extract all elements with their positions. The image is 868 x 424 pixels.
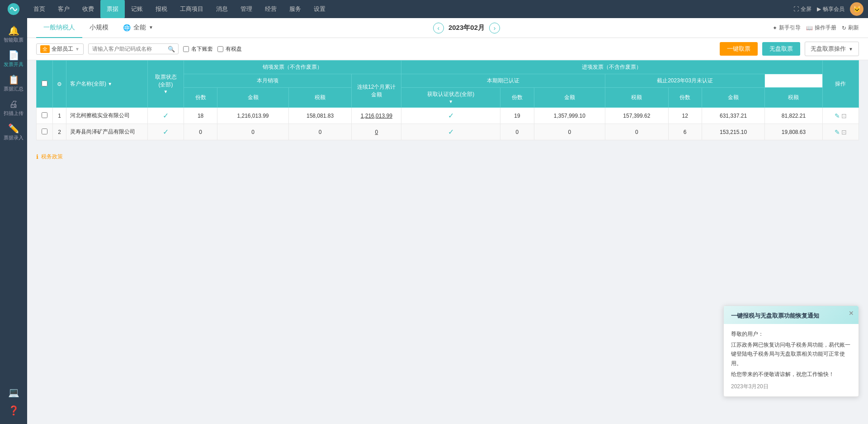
notification-date: 2023年3月20日: [731, 382, 851, 391]
fullscreen-button[interactable]: ⛶ 全屏: [793, 5, 811, 13]
next-month-button[interactable]: ›: [489, 23, 500, 33]
guide-link[interactable]: ✦ 新手引导: [773, 24, 801, 32]
filter-icon-status[interactable]: ▼: [164, 89, 168, 94]
sidebar-bottom-help[interactable]: ❓: [0, 401, 27, 419]
tab-bar: 一般纳税人 小规模 🌐 全能 ▼ ‹ 2023年02月 › ✦ 新手引导 📖 操…: [27, 18, 868, 38]
checkbox-own-accounts-input[interactable]: [183, 46, 189, 52]
row-checkbox-0[interactable]: [42, 112, 47, 118]
sidebar-bottom: 💻 ❓: [0, 383, 27, 424]
huoqu-check-icon: ✓: [448, 112, 454, 119]
edit-icon-0[interactable]: ✎: [835, 112, 840, 119]
sidebar-item-entry[interactable]: ✏️ 票据录入: [0, 120, 27, 145]
search-wrap: 🔍: [88, 43, 179, 54]
nav-fees[interactable]: 收费: [76, 0, 100, 18]
status-check-icon: ✓: [163, 128, 169, 136]
filter-bar: 全 全部员工 ▼ 🔍 名下账套 有税盘 一键取票 无盘取票 无盘取票操作 ▼: [27, 38, 868, 60]
sidebar-item-scan[interactable]: 🖨 扫描上传: [0, 96, 27, 120]
notification-close-button[interactable]: ✕: [849, 310, 854, 317]
filter-icon-name[interactable]: ▼: [108, 81, 112, 86]
monitor-icon: 💻: [8, 387, 19, 398]
th-checkbox: [37, 61, 53, 108]
nav-management[interactable]: 管理: [234, 0, 259, 18]
cell-xiao-shue: 0: [288, 124, 351, 140]
no-disk-ticket-button[interactable]: 无盘取票: [762, 42, 800, 56]
nav-services[interactable]: 服务: [283, 0, 307, 18]
globe-icon: 🌐: [123, 24, 131, 31]
th-jin-rec-shue: 税额: [605, 88, 668, 108]
nav-settings[interactable]: 设置: [307, 0, 332, 18]
select-all-checkbox[interactable]: [42, 81, 47, 86]
cell-checkbox[interactable]: [37, 124, 53, 140]
lianxu-link[interactable]: 1,216,013.99: [361, 113, 392, 119]
nav-operations[interactable]: 经营: [259, 0, 283, 18]
cell-checkbox[interactable]: [37, 108, 53, 124]
cell-ops: ✎ ⊡: [822, 124, 859, 140]
staff-select[interactable]: 全 全部员工 ▼: [36, 43, 84, 55]
search-input[interactable]: [88, 43, 179, 54]
tax-policy-link[interactable]: 税务政策: [41, 153, 63, 161]
nav-home[interactable]: 首页: [27, 0, 52, 18]
nav-tax[interactable]: 报税: [149, 0, 174, 18]
sidebar-bottom-monitor[interactable]: 💻: [0, 383, 27, 401]
refresh-link[interactable]: ↻ 刷新: [842, 24, 859, 32]
row-checkbox-1[interactable]: [42, 129, 47, 134]
cell-ops: ✎ ⊡: [822, 108, 859, 124]
copy-icon-1[interactable]: ⊡: [841, 129, 847, 136]
cell-jin-rec-shue: 0: [605, 124, 668, 140]
guide-icon: ✦: [773, 25, 777, 31]
notification-apology: 给您带来的不便敬请谅解，祝您工作愉快！: [731, 370, 851, 379]
nav-menu: 首页 客户 收费 票据 记账 报税 工商项目 消息 管理 经营 服务 设置: [27, 0, 793, 18]
prev-month-button[interactable]: ‹: [433, 23, 444, 33]
notification-greeting: 尊敬的用户：: [731, 329, 851, 338]
app-logo: [5, 0, 23, 18]
one-click-ticket-button[interactable]: 一键取票: [720, 42, 758, 56]
lianxu-link[interactable]: 0: [375, 129, 378, 135]
nav-messages[interactable]: 消息: [210, 0, 234, 18]
vip-button[interactable]: ▶ 畅享会员: [817, 5, 844, 13]
manual-link[interactable]: 📖 操作手册: [806, 24, 836, 32]
sidebar-item-smart-ticket[interactable]: 🔔 智能取票: [0, 23, 27, 47]
sidebar-item-summary[interactable]: 📋 票据汇总: [0, 71, 27, 96]
scan-icon: 🖨: [9, 100, 18, 109]
edit-icon-1[interactable]: ✎: [835, 129, 840, 136]
staff-tag: 全: [40, 45, 50, 53]
th-jin-unrec-shue: 税额: [765, 88, 822, 108]
cell-name: 灵寿县尚泽矿产品有限公司: [66, 124, 148, 140]
checkbox-has-disk-input[interactable]: [217, 46, 223, 52]
nav-invoice[interactable]: 票据: [100, 0, 125, 18]
cell-status: ✓: [148, 108, 184, 124]
status-check-icon: ✓: [163, 112, 169, 119]
huoqu-check-icon: ✓: [448, 128, 454, 136]
nav-accounting[interactable]: 记账: [125, 0, 149, 18]
tab-general-taxpayer[interactable]: 一般纳税人: [36, 18, 82, 38]
user-avatar[interactable]: 🐱: [850, 2, 863, 16]
vip-icon: ▶: [817, 6, 821, 12]
nav-business[interactable]: 工商项目: [174, 0, 210, 18]
settings-icon[interactable]: ⚙: [57, 81, 62, 87]
cell-xiao-jine: 0: [217, 124, 289, 140]
summary-icon: 📋: [8, 75, 19, 84]
th-benyue: 本月销项: [184, 74, 352, 88]
cell-jin-unrec-fenshu: 12: [668, 108, 702, 124]
nav-customer[interactable]: 客户: [52, 0, 76, 18]
no-disk-ops-dropdown[interactable]: 无盘取票操作 ▼: [805, 42, 859, 56]
tab-all[interactable]: 🌐 全能 ▼: [116, 18, 160, 38]
sidebar-item-invoice-issue[interactable]: 📄 发票开具: [0, 47, 27, 71]
th-lianxu: 连续12个月累计金额: [352, 74, 401, 108]
filter-icon-huoqu[interactable]: ▼: [448, 99, 453, 104]
tab-right-actions: ✦ 新手引导 📖 操作手册 ↻ 刷新: [773, 24, 859, 32]
tab-small-scale[interactable]: 小规模: [82, 18, 116, 38]
th-ticket-status: 取票状态(全部) ▼: [148, 61, 184, 108]
search-icon[interactable]: 🔍: [168, 46, 175, 52]
th-huoqu: 获取认证状态(全部) ▼: [401, 88, 500, 108]
cell-name: 河北柯擦梳实业有限公司: [66, 108, 148, 124]
th-jin-unrec-fenshu: 份数: [668, 88, 702, 108]
month-navigation: ‹ 2023年02月 ›: [160, 23, 773, 33]
copy-icon-0[interactable]: ⊡: [841, 112, 847, 119]
checkbox-has-disk[interactable]: 有税盘: [217, 45, 242, 53]
invoice-issue-icon: 📄: [8, 51, 19, 60]
th-jin-rec-jine: 金额: [534, 88, 605, 108]
checkbox-own-accounts[interactable]: 名下账套: [183, 45, 213, 53]
th-xiao-jine: 金额: [217, 88, 289, 108]
th-ops: 操作: [822, 61, 859, 108]
